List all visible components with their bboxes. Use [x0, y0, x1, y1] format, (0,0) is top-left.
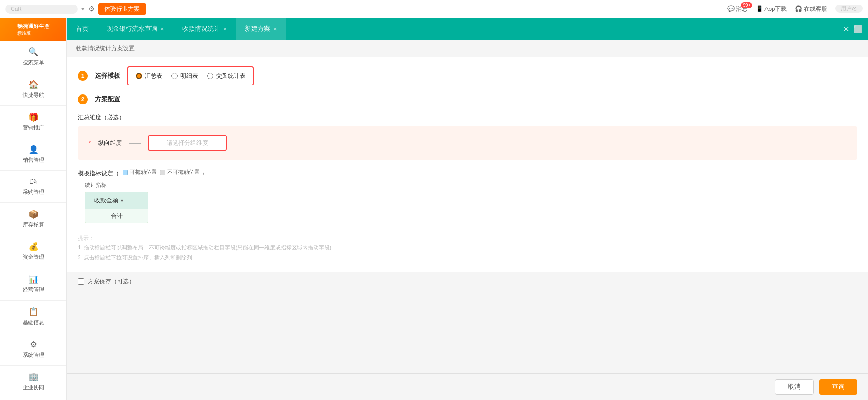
sidebar-label-sales: 销售管理	[23, 156, 44, 164]
dimension-area: * 纵向维度 —— 请选择分组维度	[78, 126, 857, 160]
sidebar-label-search-menu: 搜索菜单	[23, 59, 44, 66]
sidebar-item-inventory[interactable]: 📦 库存核算	[0, 203, 66, 235]
sidebar-label-system: 系统管理	[23, 351, 44, 359]
sales-icon: 👤	[28, 145, 38, 155]
radio-cross[interactable]: 交叉统计表	[207, 72, 245, 80]
search-box[interactable]: CaR	[5, 5, 78, 14]
tips-section: 提示： 1. 拖动标题栏可以调整布局，不可跨维度或指标区域拖动栏目字段(只能在同…	[78, 234, 857, 263]
stats-table-header: 收款金额 ▾	[85, 192, 148, 209]
metrics-title-text: 模板指标设定（	[78, 170, 119, 177]
sidebar-item-enterprise[interactable]: 🏢 企业协同	[0, 366, 66, 398]
sidebar-item-operation[interactable]: 📊 经营管理	[0, 268, 66, 301]
group-dimension-select[interactable]: 请选择分组维度	[148, 135, 227, 151]
tab-home-label: 首页	[76, 25, 89, 33]
inventory-icon: 📦	[28, 209, 38, 219]
section-title: 收款情况统计方案设置	[76, 45, 135, 52]
save-option-row: 方案保存（可选）	[67, 272, 868, 291]
system-icon: ⚙	[30, 339, 37, 349]
sidebar-item-search-menu[interactable]: 🔍 搜索菜单	[0, 41, 66, 73]
row-total-label: 合计	[111, 212, 123, 219]
cancel-button[interactable]: 取消	[775, 379, 814, 395]
dimension-row: * 纵向维度 —— 请选择分组维度	[89, 135, 846, 151]
user-avatar[interactable]: 用户名	[835, 5, 863, 13]
metrics-table-area: 统计指标 收款金额 ▾	[78, 181, 857, 225]
sidebar: 畅捷通好生意 标准版 🔍 搜索菜单 🏠 快捷导航 🎁 营销推广 👤 销售管理 🛍…	[0, 18, 67, 400]
stats-col-header[interactable]: 收款金额 ▾	[85, 194, 132, 207]
vertical-dim-label: 纵向维度	[98, 139, 122, 147]
tab-bank-flow-close[interactable]: ✕	[160, 26, 164, 32]
message-badge[interactable]: 💬 消息 99+	[727, 5, 748, 13]
quick-nav-icon: 🏠	[28, 80, 38, 89]
trial-button[interactable]: 体验行业方案	[98, 3, 146, 15]
purchase-icon: 🛍	[29, 177, 38, 187]
tab-home[interactable]: 首页	[67, 18, 98, 40]
fixed-label: 不可拖动位置	[167, 169, 200, 176]
radio-summary[interactable]: 汇总表	[136, 72, 162, 80]
sidebar-item-basic-info[interactable]: 📋 基础信息	[0, 301, 66, 333]
save-plan-label[interactable]: 方案保存（可选）	[88, 278, 135, 286]
settings-icon[interactable]: ⚙	[88, 5, 94, 13]
sidebar-item-quick-nav[interactable]: 🏠 快捷导航	[0, 73, 66, 106]
finance-icon: 💰	[28, 242, 38, 252]
stats-row-total: 合计	[85, 209, 148, 223]
sidebar-item-system[interactable]: ⚙ 系统管理	[0, 333, 66, 366]
badge-count: 99+	[741, 2, 752, 8]
enterprise-icon: 🏢	[28, 372, 38, 382]
basic-info-icon: 📋	[28, 307, 38, 317]
sidebar-item-sales[interactable]: 👤 销售管理	[0, 138, 66, 171]
sidebar-label-finance: 资金管理	[23, 254, 44, 261]
metrics-label: 模板指标设定（ 可拖动位置 不可拖动位置 ）	[78, 169, 857, 178]
save-plan-checkbox[interactable]	[78, 278, 84, 285]
dimension-title-text: 汇总维度（必选）	[78, 114, 125, 121]
app-edition: 标准版	[17, 30, 50, 37]
online-service[interactable]: 🎧 在线客服	[795, 5, 827, 13]
sidebar-label-operation: 经营管理	[23, 286, 44, 294]
step1-label: 选择模板	[95, 72, 120, 80]
radio-detail[interactable]: 明细表	[171, 72, 198, 80]
message-icon: 💬	[727, 5, 735, 12]
radio-cross-input[interactable]	[207, 73, 213, 79]
query-button[interactable]: 查询	[819, 379, 857, 395]
app-download[interactable]: 📱 App下载	[756, 5, 787, 13]
tab-bank-flow[interactable]: 现金银行流水查询 ✕	[98, 18, 173, 40]
tab-receivable-stat[interactable]: 收款情况统计 ✕	[173, 18, 236, 40]
arrow-separator: ——	[129, 140, 141, 146]
dropdown-icon[interactable]: ▾	[81, 5, 85, 12]
download-icon: 📱	[756, 5, 763, 12]
sidebar-label-inventory: 库存核算	[23, 221, 44, 229]
top-bar-right: 💬 消息 99+ 📱 App下载 🎧 在线客服 用户名	[727, 5, 863, 13]
search-menu-icon: 🔍	[28, 47, 38, 57]
dimension-config: 汇总维度（必选） * 纵向维度 —— 请选择分组维度	[78, 113, 857, 160]
tab-receivable-stat-close[interactable]: ✕	[223, 26, 227, 32]
stats-table-body: 合计	[85, 209, 148, 223]
fixed-indicator	[160, 170, 165, 175]
content-area: 首页 现金银行流水查询 ✕ 收款情况统计 ✕ 新建方案 ✕ ✕ ⬜ 收	[67, 18, 868, 400]
operation-icon: 📊	[28, 274, 38, 284]
template-radio-group: 汇总表 明细表 交叉统计表	[136, 72, 245, 80]
section-header: 收款情况统计方案设置	[67, 40, 868, 57]
stats-header-row: 收款金额 ▾	[85, 194, 148, 207]
search-text: CaR	[11, 6, 22, 12]
marketing-icon: 🎁	[28, 112, 38, 122]
service-icon: 🎧	[795, 5, 802, 12]
radio-detail-input[interactable]	[171, 73, 178, 79]
sidebar-item-purchase[interactable]: 🛍 采购管理	[0, 171, 66, 203]
close-window-icon[interactable]: ✕	[843, 25, 849, 33]
sidebar-label-marketing: 营销推广	[23, 124, 44, 132]
sidebar-item-finance[interactable]: 💰 资金管理	[0, 235, 66, 268]
step1-row: 1 选择模板 汇总表 明细表	[78, 66, 857, 85]
tab-new-plan[interactable]: 新建方案 ✕	[236, 18, 286, 40]
maximize-icon[interactable]: ⬜	[854, 25, 863, 33]
tab-new-plan-close[interactable]: ✕	[273, 26, 277, 32]
radio-summary-label[interactable]: 汇总表	[145, 72, 162, 80]
sidebar-label-enterprise: 企业协同	[23, 384, 44, 391]
radio-cross-label[interactable]: 交叉统计表	[216, 72, 245, 80]
radio-detail-label[interactable]: 明细表	[180, 72, 198, 80]
radio-summary-input[interactable]	[136, 73, 142, 79]
sidebar-item-guide[interactable]: 📖 新手引导	[0, 398, 66, 400]
movable-indicator	[123, 170, 128, 175]
tab-bar: 首页 现金银行流水查询 ✕ 收款情况统计 ✕ 新建方案 ✕ ✕ ⬜	[67, 18, 868, 40]
tip-item-1: 1. 拖动标题栏可以调整布局，不可跨维度或指标区域拖动栏目字段(只能在同一维度或…	[78, 243, 857, 253]
sidebar-item-marketing[interactable]: 🎁 营销推广	[0, 106, 66, 138]
page-content: 收款情况统计方案设置 1 选择模板 汇总表	[67, 40, 868, 373]
